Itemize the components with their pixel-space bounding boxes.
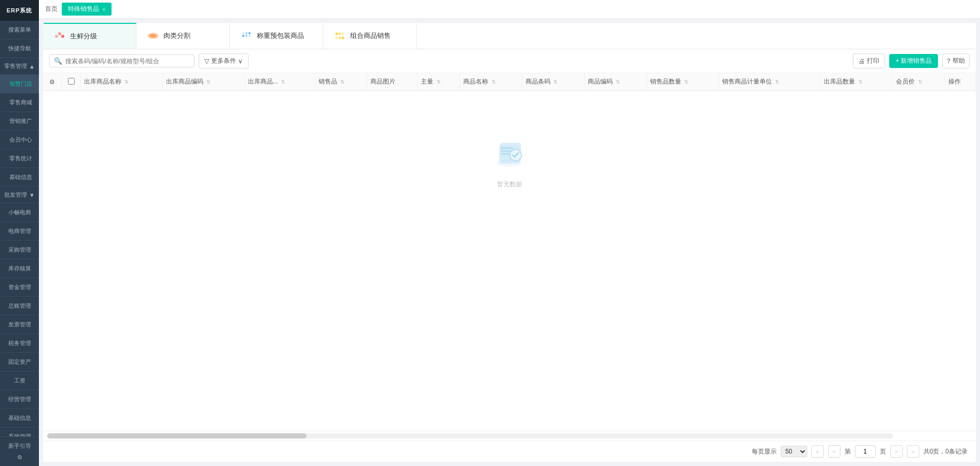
sidebar-item-quick-nav[interactable]: 快捷导航	[0, 39, 39, 58]
wholesale-mgmt-label: 批发管理	[4, 191, 27, 199]
sidebar-item-retail-stats[interactable]: 零售统计	[0, 149, 39, 168]
last-page-button[interactable]: »	[907, 445, 919, 458]
th-member-price[interactable]: 会员价 ⇅	[893, 73, 945, 91]
sidebar-item-smart-store[interactable]: 智慧门店	[0, 75, 39, 93]
svg-point-11	[336, 33, 338, 35]
horizontal-scrollbar[interactable]	[47, 433, 893, 438]
svg-point-7	[249, 35, 251, 37]
sidebar-item-settings[interactable]: ⚙	[17, 454, 22, 461]
th-goods-name[interactable]: 商品名称 ⇅	[460, 73, 522, 91]
sort-sale-unit-icon: ⇅	[775, 79, 779, 85]
sort-weight-icon: ⇅	[437, 79, 441, 85]
print-button[interactable]: 🖨 打印	[853, 53, 885, 68]
search-box[interactable]: 🔍	[49, 54, 195, 67]
sidebar-item-ecom-mgmt[interactable]: 电商管理	[0, 222, 39, 241]
page-number-input[interactable]	[855, 445, 876, 458]
th-sale-unit[interactable]: 销售商品计量单位 ⇅	[719, 73, 820, 91]
tab-combo-sale[interactable]: 组合商品销售	[323, 23, 417, 49]
help-button[interactable]: ? 帮助	[942, 53, 970, 68]
sidebar-item-basic-info[interactable]: 基础信息	[0, 409, 39, 428]
svg-point-14	[336, 37, 338, 39]
sidebar-item-biz-mgmt[interactable]: 经营管理	[0, 390, 39, 409]
sidebar-item-sys-mgmt[interactable]: 系统管理	[0, 428, 39, 436]
scrollbar-thumb[interactable]	[47, 433, 307, 438]
print-label: 打印	[867, 57, 879, 65]
th-checkbox[interactable]	[62, 73, 80, 91]
tab-meat-cut[interactable]: 肉类分割	[136, 23, 230, 49]
sidebar: ERP系统 搜索菜单 快捷导航 零售管理 ▲ 智慧门店 零售商城 营销推广 会员…	[0, 0, 39, 466]
sidebar-item-retail-mgmt[interactable]: 零售管理 ▲	[0, 58, 39, 75]
sales-promo-label: 营销推广	[9, 117, 32, 125]
sidebar-item-sales-promo[interactable]: 营销推广	[0, 112, 39, 131]
sidebar-item-fixed-assets[interactable]: 固定资产	[0, 353, 39, 372]
search-menu-label: 搜索菜单	[8, 26, 31, 34]
add-button[interactable]: + 新增销售品	[889, 54, 938, 68]
inventory-label: 库存核算	[8, 265, 31, 272]
svg-point-0	[55, 35, 58, 38]
sidebar-item-member-center[interactable]: 会员中心	[0, 131, 39, 149]
scale-pack-icon	[240, 30, 253, 42]
filter-button[interactable]: ▽ 更多条件 ∨	[199, 53, 249, 68]
tab-close-icon[interactable]: ×	[102, 6, 105, 12]
accounting-label: 总账管理	[8, 302, 31, 310]
prev-page-button[interactable]: <	[828, 445, 840, 458]
toolbar-right: 🖨 打印 + 新增销售品 ? 帮助	[853, 53, 970, 68]
scale-pack-label: 称重预包装商品	[257, 31, 304, 40]
svg-point-1	[58, 32, 61, 35]
th-settings[interactable]: ⚙	[43, 73, 62, 91]
tab-scale-pack[interactable]: 称重预包装商品	[230, 23, 323, 49]
sidebar-item-invoice-mgmt[interactable]: 发票管理	[0, 316, 39, 334]
sort-out-code-icon: ⇅	[206, 79, 211, 85]
sidebar-item-inventory[interactable]: 库存核算	[0, 259, 39, 278]
sidebar-item-hr[interactable]: 工资	[0, 372, 39, 390]
ecom-mgmt-label: 电商管理	[8, 227, 31, 235]
th-goods-img[interactable]: 商品图片	[367, 73, 418, 91]
sidebar-item-new-guide[interactable]: 新手引导	[8, 442, 31, 450]
print-icon: 🖨	[859, 58, 865, 65]
th-sale-qty[interactable]: 销售品数量 ⇅	[646, 73, 719, 91]
th-weight[interactable]: 主量 ⇅	[418, 73, 460, 91]
empty-text: 暂无数据	[497, 180, 522, 189]
active-topbar-tab[interactable]: 特殊销售品 ×	[62, 3, 112, 16]
th-goods-code[interactable]: 商品编码 ⇅	[584, 73, 646, 91]
mini-ecom-label: 小畅电商	[8, 209, 31, 216]
th-out-code[interactable]: 出库商品编码 ⇅	[162, 73, 244, 91]
sidebar-item-basic-info-r[interactable]: 基础信息	[0, 168, 39, 187]
th-sale-goods[interactable]: 销售品 ⇅	[315, 73, 367, 91]
next-page-button[interactable]: >	[890, 445, 903, 458]
home-breadcrumb[interactable]: 首页	[45, 5, 58, 13]
help-label: 帮助	[953, 57, 965, 65]
tab-fresh-grade[interactable]: 生鲜分级	[43, 23, 136, 49]
first-page-button[interactable]: «	[811, 445, 824, 458]
sidebar-item-wholesale-mgmt[interactable]: 批发管理 ▼	[0, 187, 39, 203]
basic-info-r-label: 基础信息	[9, 173, 32, 181]
fresh-grade-icon	[53, 30, 66, 43]
sidebar-menu: 搜索菜单 快捷导航 零售管理 ▲ 智慧门店 零售商城 营销推广 会员中心 零售统…	[0, 21, 39, 436]
svg-point-10	[249, 32, 251, 34]
sidebar-item-retail-mall[interactable]: 零售商城	[0, 93, 39, 112]
th-out-name[interactable]: 出库商品名称 ⇅	[80, 73, 162, 91]
filter-chevron-icon: ∨	[238, 58, 243, 65]
sidebar-item-mini-ecom[interactable]: 小畅电商	[0, 203, 39, 222]
toolbar: 🔍 ▽ 更多条件 ∨ 🖨 打印 + 新增销售品 ? 帮助	[43, 49, 976, 73]
sidebar-item-search-menu[interactable]: 搜索菜单	[0, 21, 39, 39]
purchase-mgmt-label: 采购管理	[8, 246, 31, 254]
meat-cut-icon	[147, 30, 159, 42]
sort-goods-name-icon: ⇅	[492, 79, 496, 85]
sidebar-item-accounting[interactable]: 总账管理	[0, 297, 39, 316]
search-input[interactable]	[65, 58, 190, 65]
help-icon: ?	[947, 58, 950, 65]
sidebar-item-purchase-mgmt[interactable]: 采购管理	[0, 241, 39, 259]
page-size-select[interactable]: 10 20 50 100	[781, 446, 807, 457]
combo-sale-icon	[334, 30, 346, 42]
th-out-spec[interactable]: 出库商品... ⇅	[244, 73, 315, 91]
th-out-qty[interactable]: 出库品数量 ⇅	[821, 73, 893, 91]
th-goods-barcode[interactable]: 商品条码 ⇅	[522, 73, 585, 91]
sort-goods-code-icon: ⇅	[616, 79, 620, 85]
sidebar-item-finance[interactable]: 资金管理	[0, 278, 39, 297]
sidebar-item-tax-mgmt[interactable]: 税务管理	[0, 334, 39, 353]
svg-point-2	[61, 35, 64, 38]
th-action: 操作	[945, 73, 975, 91]
app-logo: ERP系统	[0, 0, 39, 21]
select-all-checkbox[interactable]	[68, 78, 75, 85]
